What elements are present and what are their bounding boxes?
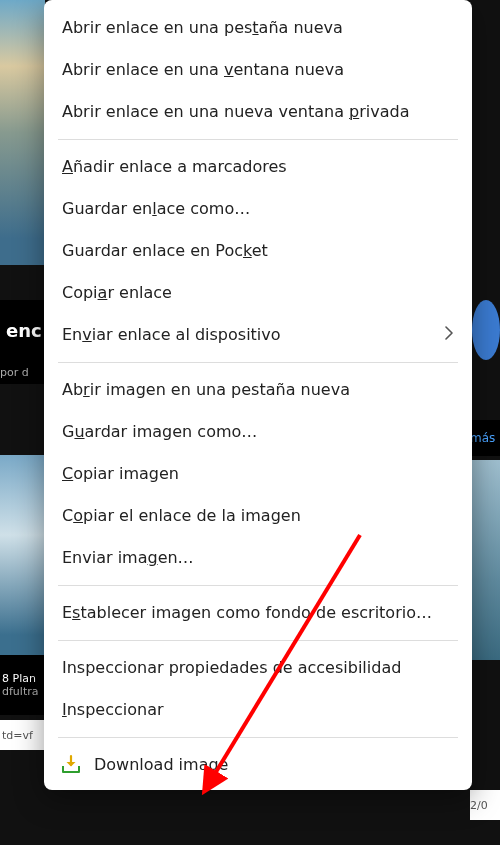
bg-text-mas: más (470, 420, 500, 456)
bg-text-enc: enc (0, 300, 45, 360)
menu-set-desktop-background[interactable]: Establecer imagen como fondo de escritor… (44, 592, 472, 634)
bg-text-date: 2/0 (470, 790, 500, 820)
menu-bookmark-link[interactable]: Añadir enlace a marcadores (44, 146, 472, 188)
menu-send-image[interactable]: Enviar imagen… (44, 537, 472, 579)
bg-text-plan: 8 Plan dfultra (0, 655, 45, 715)
menu-separator (58, 737, 458, 738)
menu-copy-image[interactable]: Copiar imagen (44, 453, 472, 495)
menu-copy-image-link[interactable]: Copiar el enlace de la imagen (44, 495, 472, 537)
context-menu: Abrir enlace en una pestaña nueva Abrir … (44, 0, 472, 790)
menu-save-link-pocket[interactable]: Guardar enlace en Pocket (44, 230, 472, 272)
chevron-right-icon (444, 324, 454, 346)
bg-image-fragment (0, 455, 45, 655)
menu-download-image[interactable]: Download image (44, 744, 472, 786)
bg-avatar-fragment (472, 300, 500, 360)
bg-image-fragment (0, 0, 45, 265)
menu-separator (58, 585, 458, 586)
menu-inspect[interactable]: Inspeccionar (44, 689, 472, 731)
menu-save-link-as[interactable]: Guardar enlace como… (44, 188, 472, 230)
menu-copy-link[interactable]: Copiar enlace (44, 272, 472, 314)
bg-image-fragment (470, 460, 500, 660)
menu-open-link-new-window[interactable]: Abrir enlace en una ventana nueva (44, 49, 472, 91)
bg-text-td: td=vf (0, 720, 45, 750)
menu-separator (58, 640, 458, 641)
bg-text-por: por d (0, 360, 45, 384)
menu-open-link-new-tab[interactable]: Abrir enlace en una pestaña nueva (44, 7, 472, 49)
menu-separator (58, 362, 458, 363)
download-icon (60, 754, 82, 776)
menu-save-image-as[interactable]: Guardar imagen como… (44, 411, 472, 453)
menu-separator (58, 139, 458, 140)
menu-send-link-to-device[interactable]: Enviar enlace al dispositivo (44, 314, 472, 356)
menu-open-image-new-tab[interactable]: Abrir imagen en una pestaña nueva (44, 369, 472, 411)
menu-open-link-private-window[interactable]: Abrir enlace en una nueva ventana privad… (44, 91, 472, 133)
menu-inspect-accessibility[interactable]: Inspeccionar propiedades de accesibilida… (44, 647, 472, 689)
